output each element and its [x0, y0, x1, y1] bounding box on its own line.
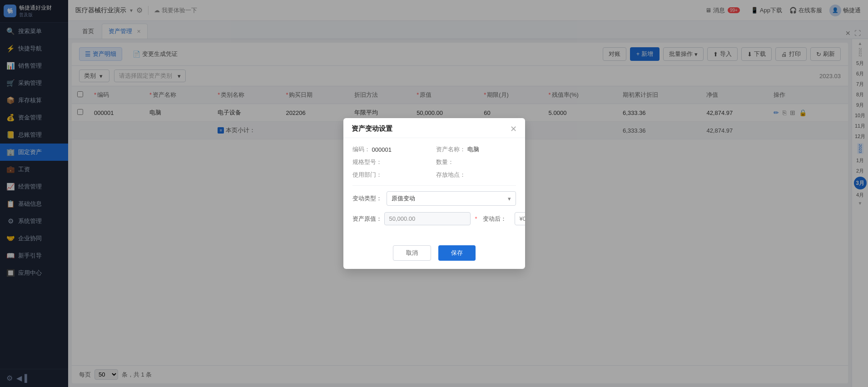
original-value-input	[384, 212, 471, 225]
asset-name-value: 电脑	[467, 145, 479, 154]
dialog-info-spec: 规格型号：	[352, 158, 432, 166]
code-label: 编码：	[352, 145, 370, 154]
dialog-footer: 取消 保存	[343, 239, 525, 269]
original-value-label: 资产原值：	[352, 215, 380, 223]
dialog-info-department: 使用部门：	[352, 171, 432, 179]
cancel-label: 取消	[406, 249, 418, 256]
after-label: 变动后：	[483, 215, 510, 223]
dialog-header: 资产变动设置 ✕	[343, 118, 525, 138]
quantity-label: 数量：	[436, 158, 454, 166]
change-type-row: 变动类型： 原值变动 ▾	[352, 191, 516, 206]
code-value: 000001	[372, 146, 392, 153]
dialog-overlay: 资产变动设置 ✕ 编码： 000001 资产名称： 电脑 规格型号： 数量：	[0, 0, 868, 387]
dialog-info-code: 编码： 000001	[352, 145, 432, 154]
cancel-button[interactable]: 取消	[393, 245, 431, 261]
asset-name-label: 资产名称：	[436, 145, 466, 154]
location-label: 存放地点：	[436, 171, 466, 179]
dialog-info-quantity: 数量：	[436, 158, 516, 166]
change-type-chevron-icon: ▾	[508, 195, 511, 202]
dialog-info-grid: 编码： 000001 资产名称： 电脑 规格型号： 数量： 使用部门：	[352, 145, 516, 179]
department-label: 使用部门：	[352, 171, 382, 179]
original-value-row: 资产原值： * 变动后：	[352, 212, 516, 225]
save-button[interactable]: 保存	[438, 245, 476, 261]
change-type-label: 变动类型：	[352, 194, 382, 203]
save-label: 保存	[451, 249, 463, 256]
dialog-title: 资产变动设置	[352, 124, 392, 133]
change-type-select[interactable]: 原值变动 ▾	[387, 191, 516, 206]
dialog-info-assetname: 资产名称： 电脑	[436, 145, 516, 154]
dialog-body: 编码： 000001 资产名称： 电脑 规格型号： 数量： 使用部门：	[343, 138, 525, 239]
spec-label: 规格型号：	[352, 158, 382, 166]
change-type-value: 原值变动	[392, 194, 415, 203]
dialog-info-location: 存放地点：	[436, 171, 516, 179]
after-required-star: *	[475, 215, 477, 222]
dialog-close-icon[interactable]: ✕	[510, 125, 517, 133]
asset-change-dialog: 资产变动设置 ✕ 编码： 000001 资产名称： 电脑 规格型号： 数量：	[343, 118, 525, 269]
dialog-divider	[352, 185, 516, 186]
after-value-input[interactable]	[515, 212, 525, 225]
